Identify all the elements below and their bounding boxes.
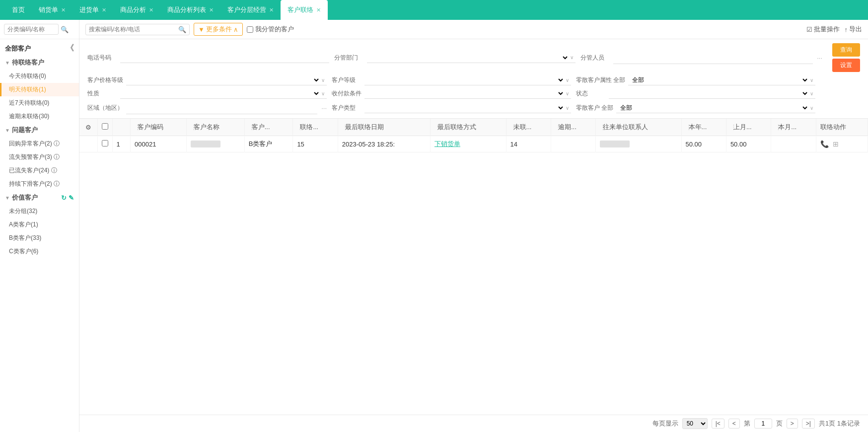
col-resize-handle[interactable]: ⋮ bbox=[555, 123, 557, 131]
batch-op-btn[interactable]: ☑ 批量操作 bbox=[806, 25, 840, 34]
collapse-icon[interactable]: 《 bbox=[66, 43, 74, 54]
sidebar-all-customers[interactable]: 全部客户 《 bbox=[0, 39, 79, 56]
sidebar-item-class-b[interactable]: B类客户(33) bbox=[0, 231, 79, 245]
nav-tab-purchase[interactable]: 进货单 ✕ bbox=[72, 0, 113, 20]
filter-select-customer-type-select[interactable] bbox=[366, 104, 565, 112]
col-resize-handle[interactable]: ⋮ bbox=[191, 123, 193, 131]
nav-tab-customer-tier[interactable]: 客户分层经营 ✕ bbox=[220, 0, 281, 20]
last-contact-method-link[interactable]: 下销货单 bbox=[434, 140, 460, 147]
edit-icon[interactable]: ✎ bbox=[69, 194, 74, 202]
filter-select-customer-type[interactable]: ∨ bbox=[364, 103, 571, 113]
nav-tab-sales[interactable]: 销货单 ✕ bbox=[32, 0, 72, 20]
filter-select-nature-select[interactable] bbox=[122, 89, 320, 97]
nav-home[interactable]: 首页 bbox=[5, 0, 32, 20]
col-customer-code[interactable]: ⋮客户编码 bbox=[131, 119, 187, 136]
filter-input-region[interactable] bbox=[128, 103, 315, 113]
col-not-contacted[interactable]: ⋮未联... bbox=[506, 119, 551, 136]
page-input[interactable] bbox=[754, 419, 772, 429]
col-current-year[interactable]: ⋮本年... bbox=[681, 119, 726, 136]
sidebar-group-problem-customers[interactable]: ▼ 问题客户 bbox=[0, 123, 79, 137]
filter-select-region[interactable] bbox=[126, 102, 317, 114]
row-checkbox[interactable] bbox=[97, 136, 112, 152]
col-this-month[interactable]: ⋮本月... bbox=[771, 119, 816, 136]
col-checkbox[interactable] bbox=[97, 119, 112, 136]
col-resize-handle[interactable]: ⋮ bbox=[342, 123, 344, 131]
col-resize-handle[interactable]: ⋮ bbox=[686, 123, 688, 131]
col-resize-handle[interactable]: ⋮ bbox=[434, 123, 436, 131]
action-grid-icon[interactable]: ⊞ bbox=[833, 140, 839, 148]
last-page-btn[interactable]: >| bbox=[802, 419, 815, 429]
sidebar-item-lost[interactable]: 已流失客户(24) ⓘ bbox=[0, 164, 79, 177]
filter-select-dept[interactable]: ∨ bbox=[367, 53, 576, 63]
row-last-contact-method[interactable]: 下销货单 bbox=[430, 136, 506, 152]
per-page-select[interactable]: 50 100 200 bbox=[682, 418, 708, 429]
filter-input-phone[interactable] bbox=[120, 53, 329, 63]
sidebar-search-input[interactable] bbox=[4, 24, 59, 35]
my-customers-checkbox[interactable] bbox=[247, 26, 253, 33]
sidebar-item-tomorrow-contact[interactable]: 明天待联络(1) bbox=[0, 83, 79, 96]
sidebar-item-ungrouped[interactable]: 未分组(32) bbox=[0, 205, 79, 218]
close-icon[interactable]: ✕ bbox=[269, 7, 274, 13]
col-resize-handle[interactable]: ⋮ bbox=[249, 123, 251, 131]
filter-select-customer-level[interactable]: ∨ bbox=[364, 75, 571, 85]
select-all-checkbox[interactable] bbox=[102, 123, 108, 130]
first-page-btn[interactable]: |< bbox=[712, 419, 724, 429]
col-resize-handle[interactable]: ⋮ bbox=[510, 123, 512, 131]
export-btn[interactable]: ↑ 导出 bbox=[845, 25, 863, 34]
sidebar-search-icon[interactable]: 🔍 bbox=[61, 26, 69, 33]
filter-more-btn[interactable]: ▼ 更多条件 ∧ bbox=[194, 23, 243, 36]
sidebar-group-pending-contact[interactable]: ▼ 待联络客户 bbox=[0, 56, 79, 70]
row-select-checkbox[interactable] bbox=[102, 140, 108, 146]
nav-tab-product-analysis[interactable]: 商品分析 ✕ bbox=[113, 0, 160, 20]
col-resize-handle[interactable]: ⋮ bbox=[297, 123, 299, 131]
filter-select-scatter-attr-select[interactable]: 全部 bbox=[630, 76, 809, 84]
col-customer-type[interactable]: ⋮客户... bbox=[244, 119, 293, 136]
filter-select-price-level-select[interactable] bbox=[128, 76, 320, 84]
col-resize-handle[interactable]: ⋮ bbox=[730, 123, 732, 131]
close-icon[interactable]: ✕ bbox=[209, 7, 214, 13]
col-resize-handle[interactable]: ⋮ bbox=[135, 123, 137, 131]
search-input[interactable] bbox=[89, 26, 178, 33]
filter-select-status-select[interactable] bbox=[611, 89, 809, 97]
refresh-icon[interactable]: ↻ bbox=[61, 194, 67, 202]
next-page-btn[interactable]: > bbox=[787, 419, 798, 429]
col-resize-handle[interactable]: ⋮ bbox=[775, 123, 777, 131]
nav-tab-product-analysis-list[interactable]: 商品分析列表 ✕ bbox=[160, 0, 220, 20]
query-btn[interactable]: 查询 bbox=[832, 43, 860, 57]
search-icon[interactable]: 🔍 bbox=[178, 26, 186, 33]
settings-icon[interactable]: ⚙ bbox=[85, 124, 91, 131]
filter-select-scatter-customer[interactable]: 全部 ∨ bbox=[616, 103, 815, 113]
my-customers-checkbox-label[interactable]: 我分管的客户 bbox=[247, 25, 294, 34]
filter-select-scatter-customer-select[interactable]: 全部 bbox=[618, 104, 809, 112]
sidebar-item-week-contact[interactable]: 近7天待联络(0) bbox=[0, 96, 79, 110]
filter-select-nature[interactable]: ∨ bbox=[120, 88, 327, 99]
filter-select-dept-select[interactable] bbox=[369, 54, 570, 62]
sidebar-group-value-customers[interactable]: ▼ 价值客户 ↻ ✎ bbox=[0, 191, 79, 205]
sidebar-item-today-contact[interactable]: 今天待联络(0) bbox=[0, 70, 79, 83]
col-contact[interactable]: ⋮联络... bbox=[293, 119, 338, 136]
filter-select-payment[interactable]: ∨ bbox=[364, 88, 571, 99]
sidebar-item-loss-risk[interactable]: 流失预警客户(3) ⓘ bbox=[0, 150, 79, 164]
dots-icon-region[interactable]: ··· bbox=[321, 104, 327, 112]
filter-input-manager[interactable] bbox=[615, 53, 811, 63]
nav-tab-customer-contact[interactable]: 客户联络 ✕ bbox=[281, 0, 328, 20]
close-icon[interactable]: ✕ bbox=[149, 7, 153, 13]
sidebar-item-class-c[interactable]: C类客户(6) bbox=[0, 245, 79, 258]
sidebar-item-overdue-contact[interactable]: 逾期未联络(30) bbox=[0, 110, 79, 123]
action-phone-icon[interactable]: 📞 bbox=[820, 140, 829, 148]
dots-icon-manager[interactable]: ··· bbox=[817, 54, 822, 62]
col-resize-handle[interactable]: ⋮ bbox=[600, 123, 602, 131]
col-customer-name[interactable]: ⋮客户名称 bbox=[187, 119, 244, 136]
sidebar-item-return-abnormal[interactable]: 回购异常客户(2) ⓘ bbox=[0, 137, 79, 150]
col-contact-action[interactable]: 联络动作 bbox=[816, 119, 868, 136]
prev-page-btn[interactable]: < bbox=[728, 419, 740, 429]
filter-select-manager[interactable] bbox=[613, 52, 813, 64]
close-icon[interactable]: ✕ bbox=[102, 7, 106, 13]
filter-select-status[interactable]: ∨ bbox=[609, 88, 815, 99]
filter-select-price-level[interactable]: ∨ bbox=[126, 75, 327, 85]
col-settings[interactable]: ⚙ bbox=[79, 119, 97, 136]
col-last-contact-method[interactable]: ⋮最后联络方式 bbox=[430, 119, 506, 136]
toolbar-search-box[interactable]: 🔍 bbox=[85, 24, 190, 35]
filter-select-customer-level-select[interactable] bbox=[366, 76, 565, 84]
sidebar-item-declining[interactable]: 持续下滑客户(2) ⓘ bbox=[0, 177, 79, 191]
